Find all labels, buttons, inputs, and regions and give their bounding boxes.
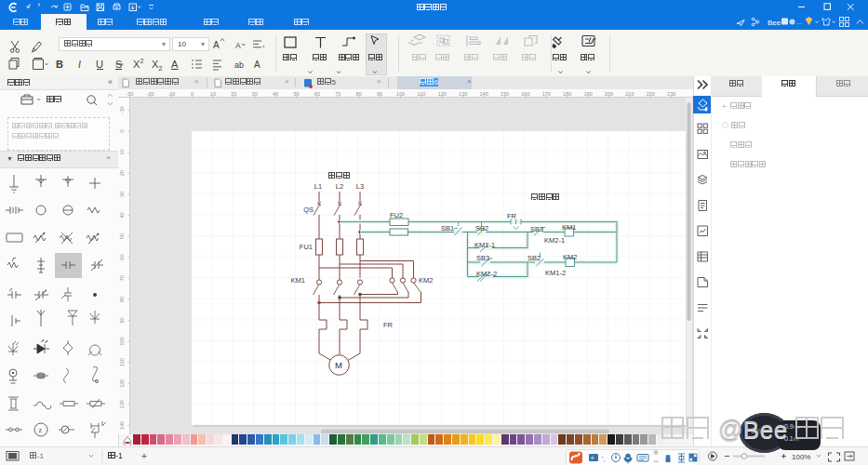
- svg-text:140: 140: [479, 91, 487, 97]
- svg-text:130: 130: [119, 400, 125, 408]
- svg-text:M: M: [335, 360, 342, 370]
- svg-text:KM1: KM1: [291, 276, 305, 285]
- svg-text:+: +: [141, 451, 147, 461]
- svg-text:190: 190: [583, 91, 592, 97]
- svg-text:120: 120: [438, 91, 447, 97]
- svg-text:70: 70: [335, 91, 341, 97]
- svg-text:KM2: KM2: [563, 253, 577, 261]
- svg-text:180: 180: [563, 91, 571, 97]
- svg-text:SB3: SB3: [530, 225, 543, 233]
- svg-text:210: 210: [625, 91, 634, 97]
- svg-text:230: 230: [667, 91, 675, 97]
- svg-text:...: ...: [796, 19, 802, 25]
- svg-text:30: 30: [252, 91, 258, 97]
- svg-text:KM1-2: KM1-2: [545, 269, 566, 277]
- svg-text:U: U: [96, 59, 103, 70]
- svg-text:SB2: SB2: [475, 224, 488, 232]
- svg-text:80: 80: [356, 91, 362, 97]
- svg-text:100: 100: [396, 91, 405, 97]
- svg-text:FU2: FU2: [390, 211, 403, 219]
- svg-text:70: 70: [119, 275, 125, 281]
- svg-text:10: 10: [210, 91, 216, 97]
- svg-text:170: 170: [542, 91, 551, 97]
- svg-text:B: B: [56, 59, 63, 70]
- svg-text:SB1: SB1: [441, 224, 454, 232]
- svg-text:A: A: [254, 60, 260, 70]
- svg-text:I: I: [78, 59, 81, 70]
- svg-text:20: 20: [119, 170, 125, 176]
- svg-text:-20: -20: [147, 91, 154, 97]
- svg-text:90: 90: [119, 317, 125, 323]
- svg-text:KM1: KM1: [562, 223, 576, 232]
- svg-text:60: 60: [314, 91, 320, 97]
- svg-text:z: z: [39, 427, 43, 433]
- svg-text:FR: FR: [383, 321, 394, 329]
- svg-text:150: 150: [501, 91, 509, 97]
- svg-text:KM2: KM2: [419, 276, 433, 285]
- svg-text:FR: FR: [507, 212, 517, 220]
- svg-text:A: A: [213, 40, 220, 50]
- svg-text:20: 20: [231, 91, 236, 97]
- svg-text:100%: 100%: [792, 453, 810, 461]
- svg-text:50: 50: [119, 233, 125, 239]
- svg-text:110: 110: [119, 358, 125, 366]
- svg-text:FU1: FU1: [300, 243, 313, 251]
- svg-text:ab: ab: [234, 60, 244, 70]
- svg-text:+: +: [591, 454, 595, 462]
- svg-text:2: 2: [140, 58, 144, 64]
- svg-text:KM1-1: KM1-1: [474, 241, 495, 249]
- svg-text:0: 0: [119, 129, 125, 132]
- svg-text:200: 200: [605, 91, 613, 97]
- svg-text:10: 10: [119, 149, 125, 154]
- svg-text:130: 130: [459, 91, 467, 97]
- svg-text:-10: -10: [167, 91, 175, 97]
- svg-text:-10: -10: [119, 106, 125, 113]
- svg-text:30: 30: [119, 192, 125, 197]
- svg-text:220: 220: [647, 91, 655, 97]
- svg-text:90: 90: [377, 91, 382, 97]
- svg-text:KM2-2: KM2-2: [476, 270, 497, 278]
- svg-text:L1: L1: [314, 182, 322, 191]
- svg-text:SB3: SB3: [476, 254, 489, 262]
- svg-text:A: A: [235, 41, 241, 50]
- svg-text:40: 40: [273, 91, 278, 97]
- svg-text:100: 100: [119, 337, 125, 345]
- svg-text:-30: -30: [126, 91, 133, 97]
- svg-text:SB2: SB2: [527, 254, 541, 262]
- svg-text:A: A: [171, 59, 179, 70]
- svg-text:160: 160: [521, 91, 529, 97]
- svg-text:2: 2: [159, 65, 163, 72]
- svg-text:QS: QS: [303, 206, 314, 214]
- svg-text:Bee: Bee: [768, 19, 781, 27]
- svg-text:80: 80: [119, 297, 125, 302]
- svg-text:140: 140: [119, 421, 125, 430]
- svg-text:L2: L2: [336, 182, 343, 191]
- svg-text:L3: L3: [356, 182, 364, 191]
- svg-text:50: 50: [293, 91, 299, 97]
- svg-text:40: 40: [119, 212, 125, 218]
- svg-text:110: 110: [417, 91, 425, 97]
- svg-text:120: 120: [119, 379, 125, 388]
- svg-text:0: 0: [191, 91, 194, 97]
- svg-text:60: 60: [119, 254, 125, 259]
- svg-text:',: ',: [602, 455, 606, 463]
- svg-text:KM2-1: KM2-1: [544, 236, 565, 245]
